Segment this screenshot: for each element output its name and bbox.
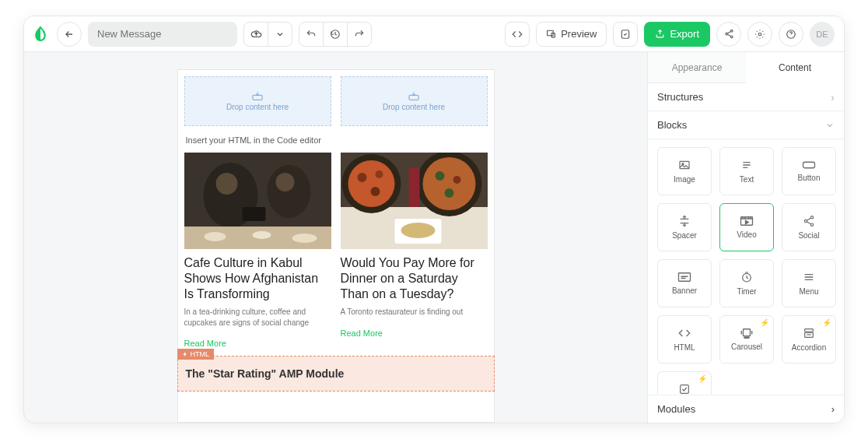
block-html[interactable]: HTML xyxy=(657,315,712,363)
amp-bolt-icon: ⚡ xyxy=(760,318,769,327)
block-label: Carousel xyxy=(731,342,762,351)
svg-point-40 xyxy=(804,220,807,222)
chevron-right-icon: › xyxy=(831,403,835,415)
checklist-button[interactable] xyxy=(613,22,638,47)
canvas-area: Drop content here Drop content here Inse… xyxy=(24,52,647,423)
block-label: Spacer xyxy=(672,231,697,240)
article-image xyxy=(341,153,488,249)
block-carousel[interactable]: ⚡Carousel xyxy=(719,315,774,363)
section-label: Structures xyxy=(657,91,703,103)
cloud-save-button[interactable] xyxy=(243,22,268,47)
bolt-icon xyxy=(182,351,188,357)
block-label: Social xyxy=(798,231,819,240)
block-accordion[interactable]: ⚡Accordion xyxy=(782,315,836,363)
settings-button[interactable] xyxy=(747,22,772,47)
blocks-list: ImageTextButtonSpacerVideoSocialBannerTi… xyxy=(648,139,844,395)
tab-content[interactable]: Content xyxy=(746,52,844,83)
spacer-icon xyxy=(678,215,691,227)
svg-point-26 xyxy=(370,187,380,196)
svg-point-31 xyxy=(444,188,453,198)
block-form[interactable]: ⚡Form xyxy=(657,371,712,395)
toolbar: Preview Export DE xyxy=(24,16,844,52)
section-blocks[interactable]: Blocks xyxy=(648,111,844,139)
section-label: Modules xyxy=(657,403,695,415)
amp-bolt-icon: ⚡ xyxy=(822,318,831,327)
block-video[interactable]: Video xyxy=(719,203,774,251)
avatar-initials: DE xyxy=(816,30,828,39)
block-label: Image xyxy=(674,175,695,184)
svg-point-4 xyxy=(725,33,727,35)
share-button[interactable] xyxy=(716,22,741,47)
help-button[interactable] xyxy=(779,22,803,47)
block-timer[interactable]: Timer xyxy=(719,259,774,307)
tab-appearance[interactable]: Appearance xyxy=(648,52,746,83)
svg-point-25 xyxy=(375,170,383,178)
drop-zone-left[interactable]: Drop content here xyxy=(184,76,331,126)
image-icon xyxy=(678,159,691,171)
html-hint-text: Insert your HTML in the Code editor xyxy=(186,135,488,145)
block-spacer[interactable]: Spacer xyxy=(657,203,712,251)
svg-rect-48 xyxy=(805,329,814,332)
section-modules[interactable]: Modules › xyxy=(648,395,844,423)
accordion-icon xyxy=(803,327,815,339)
block-social[interactable]: Social xyxy=(782,203,836,251)
block-label: Button xyxy=(798,174,821,182)
block-menu[interactable]: Menu xyxy=(782,259,836,307)
history-button[interactable] xyxy=(323,22,348,47)
redo-button[interactable] xyxy=(347,22,372,47)
block-text[interactable]: Text xyxy=(719,147,774,195)
svg-rect-34 xyxy=(408,168,419,207)
block-label: Timer xyxy=(737,287,756,296)
svg-point-33 xyxy=(401,223,435,238)
block-banner[interactable]: Banner xyxy=(657,259,712,307)
svg-point-24 xyxy=(357,173,366,182)
svg-point-19 xyxy=(275,173,294,191)
svg-point-16 xyxy=(292,234,317,243)
block-label: Menu xyxy=(799,287,818,296)
button-icon xyxy=(802,160,816,170)
block-label: HTML xyxy=(674,343,695,352)
svg-point-47 xyxy=(748,337,750,339)
block-label: Video xyxy=(737,230,756,239)
message-title-input[interactable] xyxy=(88,22,237,47)
drop-zone-label: Drop content here xyxy=(226,103,289,111)
block-button[interactable]: Button xyxy=(782,147,836,195)
amp-bolt-icon: ⚡ xyxy=(698,374,707,383)
block-image[interactable]: Image xyxy=(657,147,712,195)
app-logo xyxy=(33,26,47,43)
preview-label: Preview xyxy=(561,28,597,40)
section-structures[interactable]: Structures › xyxy=(648,83,844,111)
export-button[interactable]: Export xyxy=(644,22,710,47)
code-view-button[interactable] xyxy=(505,22,530,47)
user-avatar[interactable]: DE xyxy=(810,22,835,47)
video-icon xyxy=(740,216,754,227)
timer-icon xyxy=(740,271,753,283)
svg-point-28 xyxy=(422,157,475,210)
svg-point-14 xyxy=(204,232,226,241)
read-more-link[interactable]: Read More xyxy=(341,328,383,338)
svg-rect-50 xyxy=(681,385,689,394)
svg-point-18 xyxy=(215,173,237,195)
svg-point-12 xyxy=(267,165,310,218)
html-block-selected[interactable]: HTML The "Star Rating" AMP Module xyxy=(177,356,495,392)
section-label: Blocks xyxy=(657,119,687,131)
svg-point-23 xyxy=(348,160,394,207)
preview-button[interactable]: Preview xyxy=(536,22,607,47)
email-canvas[interactable]: Drop content here Drop content here Inse… xyxy=(177,69,495,423)
menu-icon xyxy=(803,271,815,283)
svg-point-3 xyxy=(730,30,733,32)
read-more-link[interactable]: Read More xyxy=(184,339,226,348)
article-title: Cafe Culture in Kabul Shows How Afghanis… xyxy=(184,255,331,302)
block-label: Banner xyxy=(672,286,697,295)
undo-button[interactable] xyxy=(299,22,324,47)
export-label: Export xyxy=(670,28,699,40)
article-desc: In a tea-drinking culture, coffee and cu… xyxy=(184,307,331,328)
article-title: Would You Pay More for Dinner on a Satur… xyxy=(341,255,488,302)
drop-zone-label: Drop content here xyxy=(383,103,445,111)
text-icon xyxy=(740,159,753,171)
cloud-save-dropdown[interactable] xyxy=(268,22,292,47)
carousel-icon xyxy=(740,328,754,339)
block-label: Text xyxy=(740,175,754,184)
back-button[interactable] xyxy=(57,22,82,47)
drop-zone-right[interactable]: Drop content here xyxy=(341,76,488,126)
